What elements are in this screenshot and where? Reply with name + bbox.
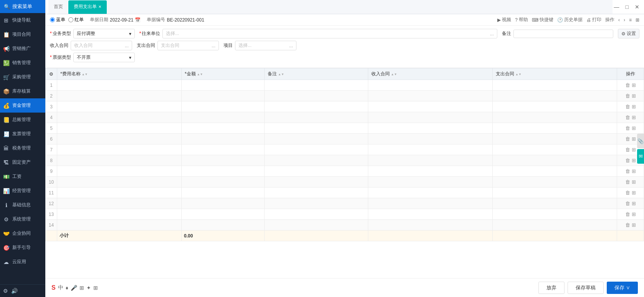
row-delete-7[interactable]: 🗑 <box>625 147 630 153</box>
row-income-4[interactable] <box>368 112 493 123</box>
row-income-14[interactable] <box>368 220 493 231</box>
tab-expense[interactable]: 费用支出单✕ <box>68 0 107 14</box>
sidebar-item-project-contract[interactable]: 📋项目合同 <box>0 27 45 41</box>
row-copy-14[interactable]: ⊞ <box>632 222 636 228</box>
row-expense-2[interactable] <box>493 91 617 101</box>
row-copy-2[interactable]: ⊞ <box>632 93 636 99</box>
row-copy-9[interactable]: ⊞ <box>632 168 636 174</box>
row-note-2[interactable] <box>265 91 368 101</box>
row-note-14[interactable] <box>265 220 368 231</box>
row-amount-4[interactable] <box>182 112 265 123</box>
row-amount-7[interactable] <box>182 144 265 155</box>
row-delete-6[interactable]: 🗑 <box>625 136 630 142</box>
shortcut-btn[interactable]: ⌨ 快捷键 <box>532 17 553 23</box>
row-income-8[interactable] <box>368 155 493 166</box>
sidebar-item-cloud-apps[interactable]: ☁云应用 <box>0 255 45 269</box>
row-name-9[interactable] <box>57 166 182 177</box>
row-expense-10[interactable] <box>493 177 617 187</box>
row-delete-13[interactable]: 🗑 <box>625 211 630 217</box>
row-delete-10[interactable]: 🗑 <box>625 179 630 185</box>
sidebar-item-capital[interactable]: 💰资金管理 <box>0 98 45 113</box>
prev-btn[interactable]: ‹ <box>618 17 620 23</box>
side-float-attachment-btn[interactable]: 📎 <box>637 134 644 148</box>
sidebar-item-purchase[interactable]: 🛒采购管理 <box>0 70 45 84</box>
row-delete-14[interactable]: 🗑 <box>625 222 630 228</box>
col-setting-icon[interactable]: ⚙ <box>49 71 53 77</box>
tab-home[interactable]: 首页 <box>48 0 68 14</box>
sort-arrows-amount[interactable]: ▲▼ <box>197 73 203 76</box>
row-delete-9[interactable]: 🗑 <box>625 168 630 174</box>
actions-btn[interactable]: 操作 <box>605 17 614 23</box>
row-income-10[interactable] <box>368 177 493 187</box>
row-amount-14[interactable] <box>182 220 265 231</box>
row-income-13[interactable] <box>368 209 493 220</box>
row-copy-10[interactable]: ⊞ <box>632 179 636 185</box>
sort-arrows-name[interactable]: ▲▼ <box>82 73 88 76</box>
row-name-13[interactable] <box>57 209 182 220</box>
volume-bottom-icon[interactable]: 🔊 <box>11 288 18 294</box>
settings-btn[interactable]: ⚙ 设置 <box>618 29 639 38</box>
row-copy-8[interactable]: ⊞ <box>632 158 636 163</box>
row-note-5[interactable] <box>265 123 368 134</box>
row-note-4[interactable] <box>265 112 368 123</box>
row-income-5[interactable] <box>368 123 493 134</box>
row-delete-8[interactable]: 🗑 <box>625 158 630 163</box>
video-btn[interactable]: ▶ 视频 <box>497 17 511 23</box>
row-note-11[interactable] <box>265 187 368 198</box>
row-amount-8[interactable] <box>182 155 265 166</box>
row-name-2[interactable] <box>57 91 182 101</box>
row-amount-11[interactable] <box>182 187 265 198</box>
row-copy-1[interactable]: ⊞ <box>632 82 636 88</box>
expense-contract-ellipsis[interactable]: ... <box>212 43 215 48</box>
row-expense-9[interactable] <box>493 166 617 177</box>
row-note-9[interactable] <box>265 166 368 177</box>
red-bill-radio[interactable]: 红单 <box>68 17 84 23</box>
row-name-14[interactable] <box>57 220 182 231</box>
save-button[interactable]: 保存 ∨ <box>607 282 638 294</box>
th-expense_contract[interactable]: 支出合同▲▼ <box>493 68 617 80</box>
sidebar-item-operation[interactable]: 📊经营管理 <box>0 184 45 198</box>
income-contract-ellipsis[interactable]: ... <box>125 43 129 48</box>
row-copy-13[interactable]: ⊞ <box>632 211 636 217</box>
sidebar-item-sales[interactable]: 💹销售管理 <box>0 56 45 70</box>
row-delete-11[interactable]: 🗑 <box>625 190 630 196</box>
partner-ellipsis-btn[interactable]: ... <box>490 31 494 37</box>
row-expense-7[interactable] <box>493 144 617 155</box>
row-copy-4[interactable]: ⊞ <box>632 114 636 120</box>
sidebar-item-new-guide[interactable]: 🎯新手引导 <box>0 241 45 255</box>
row-name-10[interactable] <box>57 177 182 187</box>
row-note-13[interactable] <box>265 209 368 220</box>
sidebar-item-payroll[interactable]: 💵工资 <box>0 169 45 184</box>
business-type-select[interactable]: 应付调整 ▾ <box>73 29 135 38</box>
row-expense-14[interactable] <box>493 220 617 231</box>
sort-arrows-note[interactable]: ▲▼ <box>278 73 284 76</box>
sidebar-item-tax[interactable]: 🏛税务管理 <box>0 141 45 155</box>
row-delete-1[interactable]: 🗑 <box>625 82 630 88</box>
calendar-icon[interactable]: 📅 <box>135 17 141 23</box>
th-income_contract[interactable]: 收入合同▲▼ <box>368 68 493 80</box>
row-amount-13[interactable] <box>182 209 265 220</box>
row-name-6[interactable] <box>57 134 182 144</box>
row-copy-7[interactable]: ⊞ <box>632 147 636 153</box>
save-draft-button[interactable]: 保存草稿 <box>568 282 604 294</box>
row-amount-9[interactable] <box>182 166 265 177</box>
sidebar-item-system[interactable]: ⚙系统管理 <box>0 212 45 226</box>
row-income-11[interactable] <box>368 187 493 198</box>
print-btn[interactable]: 🖨 打印 <box>586 17 601 23</box>
discard-button[interactable]: 放弃 <box>538 282 565 294</box>
sidebar-item-quick-nav[interactable]: ⊞快捷导航 <box>0 13 45 27</box>
sidebar-item-inventory[interactable]: 📦库存核算 <box>0 84 45 98</box>
side-float-message-btn[interactable]: ✉ <box>637 149 644 164</box>
sidebar-item-basic-info[interactable]: ℹ基础信息 <box>0 198 45 212</box>
brand-icon-2[interactable]: ♦ <box>66 285 68 291</box>
partner-select[interactable]: 选择... ... <box>162 29 497 38</box>
sidebar-item-invoice[interactable]: 🧾发票管理 <box>0 127 45 141</box>
grid-view-btn[interactable]: ⊞ <box>636 17 639 23</box>
maximize-button[interactable]: □ <box>624 2 630 12</box>
row-expense-5[interactable] <box>493 123 617 134</box>
row-expense-3[interactable] <box>493 101 617 112</box>
sidebar-item-marketing[interactable]: 📢营销推广 <box>0 41 45 56</box>
row-amount-12[interactable] <box>182 198 265 209</box>
row-note-3[interactable] <box>265 101 368 112</box>
sort-arrows-income_contract[interactable]: ▲▼ <box>391 73 397 76</box>
